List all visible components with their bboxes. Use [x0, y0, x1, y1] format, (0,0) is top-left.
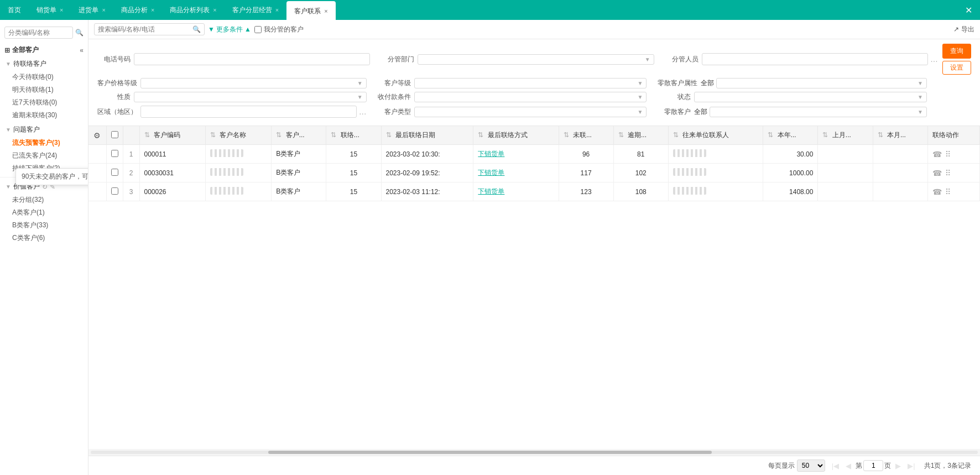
filter-select-dept[interactable]: ▼ [418, 54, 654, 65]
cell-checkbox-3[interactable] [106, 182, 123, 201]
filter-item-retail-attr: 零散客户属性 全部 ▼ [658, 78, 927, 88]
action-contact-icon-1[interactable]: ☎ [932, 150, 942, 159]
sidebar-item-overdue[interactable]: 逾期未联络(30) [0, 109, 88, 122]
tab-customer-contact-close[interactable]: × [324, 8, 327, 14]
sidebar-item-tomorrow[interactable]: 明天待联络(1) [0, 83, 88, 96]
row-checkbox-1[interactable] [111, 150, 118, 157]
filter-select-nature[interactable]: ▼ [134, 92, 367, 102]
tab-analysis-close[interactable]: × [151, 7, 154, 13]
filter-select-price-level[interactable]: ▼ [140, 78, 367, 88]
per-page-select[interactable]: 50 100 200 [797, 460, 825, 472]
sidebar-group-pending-title[interactable]: ▼ 待联络客户 [0, 57, 88, 71]
action-contact-icon-3[interactable]: ☎ [932, 187, 942, 196]
tab-home[interactable]: 首页 [0, 0, 29, 20]
sidebar-item-7days[interactable]: 近7天待联络(0) [0, 96, 88, 109]
col-level-header[interactable]: ⇅ 客户... [272, 126, 326, 145]
col-last-month-header[interactable]: ⇅ 上月... [818, 126, 873, 145]
tab-purchase[interactable]: 进货单 × [71, 0, 113, 20]
settings-button[interactable]: 设置 [942, 61, 971, 75]
last-page-button[interactable]: ▶| [905, 462, 917, 470]
last-method-link-1[interactable]: 下销货单 [478, 150, 504, 158]
sidebar-collapse-button[interactable]: « [80, 46, 84, 54]
filter-select-retail-customer[interactable]: ▼ [710, 107, 927, 117]
sidebar-item-today[interactable]: 今天待联络(0) [0, 71, 88, 83]
col-unit-contact-header[interactable]: ⇅ 往来单位联系人 [668, 126, 763, 145]
toolbar-search-icon[interactable]: 🔍 [192, 25, 201, 33]
tab-analysis-list-close[interactable]: × [213, 7, 216, 13]
cell-last-method-2[interactable]: 下销货单 [473, 164, 559, 182]
query-button[interactable]: 查询 [942, 44, 971, 59]
filter-input-region[interactable] [140, 106, 357, 118]
filter-select-payment[interactable]: ▼ [414, 92, 647, 102]
last-method-link-2[interactable]: 下销货单 [478, 169, 504, 176]
my-customers-check[interactable] [254, 26, 262, 33]
manager-more-icon[interactable]: … [930, 55, 938, 64]
col-last-date-header[interactable]: ⇅ 最后联络日期 [381, 126, 473, 145]
col-settings-icon[interactable]: ⚙ [93, 131, 101, 140]
toolbar-search-input[interactable] [98, 25, 190, 33]
tab-analysis-list[interactable]: 商品分析列表 × [162, 0, 224, 20]
col-this-year-header[interactable]: ⇅ 本年... [763, 126, 818, 145]
col-overdue-header[interactable]: ⇅ 逾期... [613, 126, 668, 145]
tab-analysis[interactable]: 商品分析 × [113, 0, 162, 20]
filter-select-customer-level[interactable]: ▼ [414, 78, 647, 88]
sidebar-search-input[interactable] [4, 27, 73, 39]
sidebar-item-churned[interactable]: 已流失客户(24) [0, 149, 88, 162]
toolbar-filter-button[interactable]: ▼ 更多条件 ▲ [208, 25, 251, 34]
action-contact-icon-2[interactable]: ☎ [932, 169, 942, 178]
filter-input-phone[interactable] [134, 53, 370, 65]
cell-checkbox-2[interactable] [106, 164, 123, 182]
filter-input-manager[interactable] [702, 53, 928, 65]
sidebar-item-b-class[interactable]: B类客户(33) [0, 219, 88, 232]
cell-checkbox-1[interactable] [106, 145, 123, 164]
col-code-header[interactable]: ⇅ 客户编码 [139, 126, 205, 145]
col-this-month-header[interactable]: ⇅ 本月... [873, 126, 927, 145]
window-close-button[interactable]: ✕ [957, 5, 980, 15]
col-no-contact-header[interactable]: ⇅ 未联... [559, 126, 613, 145]
col-checkbox-header[interactable] [106, 126, 123, 145]
action-more-icon-2[interactable]: ⠿ [945, 169, 951, 178]
page-number-input[interactable] [863, 460, 883, 471]
sidebar-item-churn-warning[interactable]: 流失预警客户(3) [0, 137, 88, 149]
export-button[interactable]: ↗ 导出 [953, 25, 974, 34]
filter-select-status[interactable]: ▼ [694, 92, 927, 102]
sort-icon9: ⇅ [673, 131, 679, 139]
region-more-icon[interactable]: … [359, 107, 367, 116]
cell-last-method-1[interactable]: 下销货单 [473, 145, 559, 164]
tab-sales[interactable]: 销货单 × [29, 0, 71, 20]
sidebar-item-a-class[interactable]: A类客户(1) [0, 206, 88, 219]
filter-label-customer-type: 客户类型 [378, 107, 411, 117]
col-last-method-header[interactable]: ⇅ 最后联络方式 [473, 126, 559, 145]
sidebar-all-customers[interactable]: ⊞ 全部客户 « [0, 43, 88, 57]
last-method-link-3[interactable]: 下销货单 [478, 187, 504, 195]
col-settings[interactable]: ⚙ [88, 126, 106, 145]
select-all-checkbox[interactable] [111, 131, 118, 138]
scrollbar-thumb[interactable] [268, 451, 712, 454]
col-index-header [123, 126, 139, 145]
row-checkbox-3[interactable] [111, 187, 118, 195]
action-more-icon-1[interactable]: ⠿ [945, 150, 951, 159]
cell-last-method-3[interactable]: 下销货单 [473, 182, 559, 201]
sidebar-item-c-class[interactable]: C类客户(6) [0, 232, 88, 244]
prev-page-button[interactable]: ◀ [843, 462, 853, 470]
col-name-header[interactable]: ⇅ 客户名称 [205, 126, 271, 145]
tab-customer-layer[interactable]: 客户分层经营 × [225, 0, 286, 20]
tab-customer-contact[interactable]: 客户联系 × [286, 1, 335, 21]
tab-purchase-close[interactable]: × [102, 7, 105, 13]
next-page-button[interactable]: ▶ [893, 462, 903, 470]
action-more-icon-3[interactable]: ⠿ [945, 187, 951, 196]
filter-select-customer-type[interactable]: ▼ [414, 107, 647, 117]
tab-customer-layer-close[interactable]: × [275, 7, 279, 13]
horizontal-scrollbar[interactable] [88, 449, 980, 456]
first-page-button[interactable]: |◀ [830, 462, 841, 470]
sidebar-search-icon[interactable]: 🔍 [75, 29, 84, 36]
sidebar-group-problem-title[interactable]: ▼ 问题客户 [0, 123, 88, 137]
pagination-nav: |◀ ◀ 第 页 ▶ ▶| 共1页，3条记录 [830, 460, 971, 471]
col-contacts-header[interactable]: ⇅ 联络... [326, 126, 381, 145]
sidebar-item-ungroup[interactable]: 未分组(32) [0, 194, 88, 206]
filter-panel: 电话号码 分管部门 ▼ 分管人员 … 查询 设置 [88, 39, 980, 126]
toolbar-my-customers-checkbox[interactable]: 我分管的客户 [254, 25, 304, 34]
filter-select-retail-attr[interactable]: ▼ [716, 78, 927, 88]
row-checkbox-2[interactable] [111, 169, 118, 176]
tab-sales-close[interactable]: × [60, 7, 63, 13]
